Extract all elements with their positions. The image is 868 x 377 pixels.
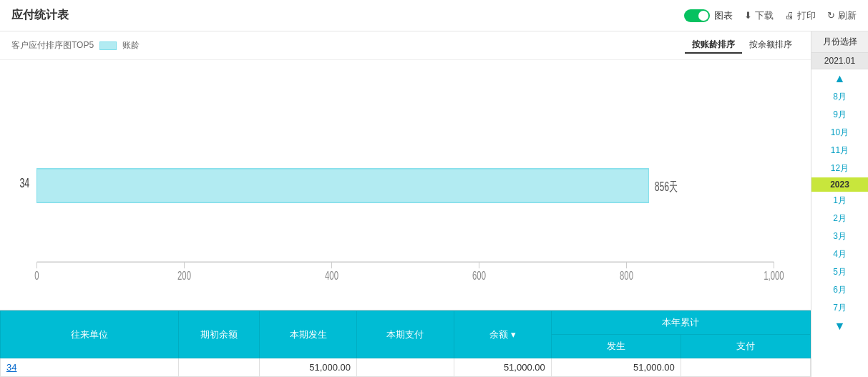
- sidebar-month-1[interactable]: 1月: [811, 192, 868, 210]
- td-unit: 34: [1, 358, 179, 377]
- right-sidebar: 月份选择 2021.01 ▲ 8月 9月 10月 11月 12月 2023 1月…: [811, 31, 868, 377]
- td-leiji-zhifu: [681, 358, 810, 377]
- sidebar-month-11[interactable]: 11月: [811, 142, 868, 160]
- svg-text:200: 200: [177, 269, 191, 283]
- sidebar-month-3[interactable]: 3月: [811, 227, 868, 245]
- sidebar-down-button[interactable]: ▼: [811, 317, 868, 336]
- refresh-button[interactable]: ↻ 刷新: [827, 9, 857, 22]
- chart-label: 图表: [714, 9, 733, 22]
- bar-y-label: 34: [19, 176, 29, 190]
- refresh-label: 刷新: [838, 9, 857, 22]
- td-fasheng: 51,000.00: [260, 358, 357, 377]
- sidebar-month-8[interactable]: 8月: [811, 88, 868, 106]
- th-fasheng: 本期发生: [260, 311, 357, 358]
- download-button[interactable]: ⬇ 下载: [744, 9, 774, 22]
- sidebar-up-button[interactable]: ▲: [811, 69, 868, 88]
- sidebar-month-9[interactable]: 9月: [811, 106, 868, 124]
- sidebar-year[interactable]: 2021.01: [811, 53, 868, 69]
- th-yue: 余额 ▾: [454, 311, 551, 358]
- svg-rect-0: [37, 169, 649, 202]
- sidebar-month-2[interactable]: 2月: [811, 210, 868, 227]
- download-label: 下载: [755, 9, 774, 22]
- page-title: 应付统计表: [11, 8, 69, 23]
- th-leiji-zhifu: 支付: [681, 335, 810, 358]
- th-leiji-fasheng: 发生: [551, 335, 681, 358]
- print-icon: 🖨: [785, 10, 794, 21]
- legend-box-label: 账龄: [122, 39, 140, 52]
- svg-text:800: 800: [620, 269, 633, 283]
- sidebar-month-12[interactable]: 12月: [811, 160, 868, 177]
- svg-text:0: 0: [34, 269, 39, 283]
- td-yue: 51,000.00: [454, 358, 551, 377]
- chart-container: 34 856天 0 200 400 600: [0, 60, 811, 310]
- chart-toggle[interactable]: 图表: [684, 9, 733, 22]
- sidebar-year-label: 2023: [811, 177, 868, 192]
- td-leiji-fasheng: 51,000.00: [551, 358, 681, 377]
- sort-by-age-button[interactable]: 按账龄排序: [685, 37, 742, 54]
- sidebar-month-7[interactable]: 7月: [811, 299, 868, 317]
- sidebar-month-10[interactable]: 10月: [811, 124, 868, 142]
- svg-text:400: 400: [325, 269, 338, 283]
- chart-header: 客户应付排序图TOP5 账龄 按账龄排序 按余额排序: [0, 31, 811, 60]
- svg-text:856天: 856天: [655, 180, 678, 194]
- svg-text:1,000: 1,000: [764, 269, 784, 283]
- sidebar-month-6[interactable]: 6月: [811, 281, 868, 299]
- sort-by-balance-button[interactable]: 按余额排序: [742, 37, 799, 54]
- sidebar-month-4[interactable]: 4月: [811, 245, 868, 263]
- svg-text:600: 600: [472, 269, 486, 283]
- download-icon: ⬇: [744, 10, 752, 21]
- td-zhifu: [357, 358, 454, 377]
- th-leiji-group: 本年累计: [551, 311, 810, 335]
- toggle-switch-icon[interactable]: [684, 9, 710, 22]
- header-actions: 图表 ⬇ 下载 🖨 打印 ↻ 刷新: [684, 9, 857, 22]
- td-qichu: [179, 358, 260, 377]
- data-table: 往来单位 期初余额 本期发生 本期支付 余额 ▾ 本年累计 发生: [0, 310, 811, 377]
- sidebar-header: 月份选择: [811, 31, 868, 53]
- legend-text: 客户应付排序图TOP5: [11, 39, 94, 52]
- refresh-icon: ↻: [827, 10, 835, 21]
- sort-buttons: 按账龄排序 按余额排序: [685, 37, 799, 54]
- th-zhifu: 本期支付: [357, 311, 454, 358]
- unit-link[interactable]: 34: [6, 362, 16, 373]
- th-qichu: 期初余额: [179, 311, 260, 358]
- legend-box-icon: [99, 41, 117, 50]
- chart-legend: 客户应付排序图TOP5 账龄: [11, 39, 140, 52]
- table-row: 34 51,000.00 51,000.00 51,000.00: [1, 358, 811, 377]
- print-label: 打印: [797, 9, 816, 22]
- th-unit: 往来单位: [1, 311, 179, 358]
- data-table-area: 往来单位 期初余额 本期发生 本期支付 余额 ▾ 本年累计 发生: [0, 310, 811, 377]
- sidebar-month-5[interactable]: 5月: [811, 263, 868, 281]
- print-button[interactable]: 🖨 打印: [785, 9, 816, 22]
